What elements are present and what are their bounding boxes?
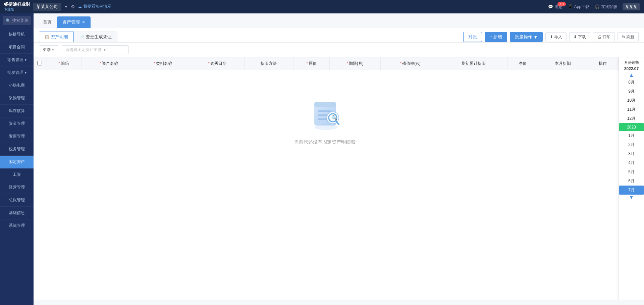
new-button[interactable]: + 新增 bbox=[485, 32, 507, 42]
month-item-9[interactable]: 9月 bbox=[619, 87, 644, 96]
tab-assets[interactable]: 资产管理 ✕ bbox=[57, 16, 91, 28]
month-item-12[interactable]: 12月 bbox=[619, 114, 644, 123]
sub-tab-detail[interactable]: 📋 资产明细 bbox=[39, 32, 74, 42]
month-item-2[interactable]: 2月 bbox=[619, 140, 644, 149]
sidebar-item-label: 采购管理 bbox=[9, 95, 25, 101]
demo-link[interactable]: ☁ 我要看实例演示 bbox=[78, 4, 111, 9]
sidebar-item-tax[interactable]: 税务管理 bbox=[0, 143, 34, 156]
sidebar-item-purchase[interactable]: 采购管理 bbox=[0, 92, 34, 105]
select-all-checkbox[interactable] bbox=[37, 61, 42, 65]
print-button[interactable]: 🖨 打印 bbox=[593, 32, 615, 42]
online-service-button[interactable]: 🎧 在线客服 bbox=[595, 4, 617, 10]
sidebar-item-quick-nav[interactable]: 快捷导航 bbox=[0, 28, 34, 41]
th-monthly-depreciation: 本月折旧 bbox=[538, 57, 587, 70]
month-item-11[interactable]: 11月 bbox=[619, 105, 644, 114]
table-header-row: *编码 *资产名称 *类别名称 *购买日期 折旧方法 *原值 *期限(月) *残… bbox=[34, 57, 619, 70]
svg-rect-3 bbox=[318, 110, 331, 112]
month-item-6[interactable]: 6月 bbox=[619, 176, 644, 186]
batch-button[interactable]: 批量操作 ▼ bbox=[510, 32, 543, 42]
bottom-scroll-bar bbox=[34, 300, 644, 305]
top-bar-right: 💬 消息 99+ 📱 App下载 🎧 在线客服 某某某 bbox=[548, 3, 640, 10]
sub-tab-left: 📋 资产明细 📄 变更生成凭证 bbox=[39, 32, 117, 42]
sub-tab-right: 对账 + 新增 批量操作 ▼ ⬆ 导入 ⬇ 下载 bbox=[463, 32, 639, 42]
top-bar-left: 畅捷通好业财 专业版 某某某公司 ▼ ⚙ ☁ 我要看实例演示 bbox=[4, 2, 111, 12]
settings-icon[interactable]: ⚙ bbox=[71, 4, 75, 9]
user-menu[interactable]: 某某某 bbox=[623, 3, 640, 10]
sidebar-item-label: 税务管理 bbox=[9, 146, 25, 152]
category-input[interactable]: 请选择固定资产类别 ▼ bbox=[62, 45, 129, 54]
month-panel-up-icon[interactable]: ▲ bbox=[629, 72, 634, 78]
tab-home-label: 首页 bbox=[43, 19, 52, 24]
sub-tab-bar: 📋 资产明细 📄 变更生成凭证 对账 + 新增 批量操作 ▼ bbox=[34, 28, 644, 43]
filter-category-label: 类别 bbox=[43, 47, 51, 53]
sidebar-item-wholesale[interactable]: 批发管理 ▾ bbox=[0, 66, 34, 79]
app-edition: 专业版 bbox=[4, 7, 14, 12]
tab-close-icon[interactable]: ✕ bbox=[82, 20, 85, 24]
chevron-down-icon: ▾ bbox=[25, 58, 26, 62]
empty-state-cell: 🔍 当前您还没有固定资产明细哦~ bbox=[34, 70, 619, 169]
download-label: 下载 bbox=[578, 34, 586, 40]
app-download-button[interactable]: 📱 App下载 bbox=[568, 4, 589, 10]
company-name[interactable]: 某某某公司 bbox=[33, 3, 61, 11]
month-item-8[interactable]: 8月 bbox=[619, 78, 644, 87]
sidebar-item-ledger[interactable]: 总账管理 bbox=[0, 194, 34, 207]
sidebar-item-salary[interactable]: 工资 bbox=[0, 168, 34, 181]
th-accumulated: 期初累计折旧 bbox=[440, 57, 507, 70]
sub-tab-voucher[interactable]: 📄 变更生成凭证 bbox=[74, 32, 117, 42]
sidebar-item-invoice[interactable]: 发票管理 bbox=[0, 130, 34, 143]
month-item-5[interactable]: 5月 bbox=[619, 167, 644, 176]
sidebar-item-ecommerce[interactable]: 小畅电商 bbox=[0, 79, 34, 92]
sidebar-item-project[interactable]: 项目合同 bbox=[0, 41, 34, 54]
th-buy-date: *购买日期 bbox=[190, 57, 245, 70]
category-filter[interactable]: 类别 ▾ bbox=[39, 45, 59, 54]
sidebar-item-finance[interactable]: 资金管理 bbox=[0, 117, 34, 130]
empty-icon: 🔍 bbox=[306, 94, 346, 134]
month-item-3[interactable]: 3月 bbox=[619, 149, 644, 158]
empty-state: 🔍 当前您还没有固定资产明细哦~ bbox=[36, 73, 616, 165]
month-item-4[interactable]: 4月 bbox=[619, 158, 644, 167]
sidebar-item-base[interactable]: 基础信息 bbox=[0, 207, 34, 219]
import-label: 导入 bbox=[554, 34, 562, 40]
sidebar-item-retail[interactable]: 零售管理 ▾ bbox=[0, 54, 34, 66]
th-code: *编码 bbox=[46, 57, 82, 70]
batch-arrow-icon: ▼ bbox=[533, 35, 538, 40]
month-panel-down-icon[interactable]: ▼ bbox=[629, 195, 634, 200]
sidebar-item-ops[interactable]: 经营管理 bbox=[0, 181, 34, 194]
sidebar-item-label: 零售管理 bbox=[7, 57, 23, 63]
search-menu-button[interactable]: 🔍 搜索菜单 bbox=[3, 16, 31, 25]
batch-label: 批量操作 bbox=[515, 34, 532, 40]
sidebar-item-inventory[interactable]: 库存核算 bbox=[0, 105, 34, 117]
quick-nav-label: 快捷导航 bbox=[9, 32, 25, 37]
month-item-7[interactable]: 7月 bbox=[619, 186, 644, 195]
print-icon: 🖨 bbox=[597, 35, 601, 39]
month-item-1[interactable]: 1月 bbox=[619, 131, 644, 140]
refresh-button[interactable]: ↻ 刷新 bbox=[618, 32, 639, 42]
sidebar-item-assets[interactable]: 固定资产 bbox=[0, 156, 34, 168]
empty-state-row: 🔍 当前您还没有固定资产明细哦~ bbox=[34, 70, 619, 169]
sidebar-item-label: 工资 bbox=[13, 172, 21, 177]
filter-placeholder: 请选择固定资产类别 bbox=[65, 47, 102, 53]
chat-icon: 💬 bbox=[548, 4, 553, 9]
month-panel-year: 2022.07 bbox=[624, 66, 639, 71]
month-item-10[interactable]: 10月 bbox=[619, 96, 644, 105]
tab-home[interactable]: 首页 bbox=[38, 16, 57, 28]
sidebar-item-label: 总账管理 bbox=[9, 197, 25, 203]
th-residual-rate: *残值率(%) bbox=[381, 57, 440, 70]
import-button[interactable]: ⬆ 导入 bbox=[545, 32, 567, 42]
duizhang-button[interactable]: 对账 bbox=[463, 32, 482, 42]
sidebar-item-label: 资金管理 bbox=[9, 121, 25, 126]
sidebar-item-system[interactable]: 系统管理 bbox=[0, 219, 34, 232]
table-wrap: *编码 *资产名称 *类别名称 *购买日期 折旧方法 *原值 *期限(月) *残… bbox=[34, 57, 644, 300]
company-dropdown-icon[interactable]: ▼ bbox=[64, 4, 68, 9]
sidebar-item-label: 固定资产 bbox=[9, 159, 25, 165]
print-label: 打印 bbox=[602, 34, 610, 40]
asset-panel: 📋 资产明细 📄 变更生成凭证 对账 + 新增 批量操作 ▼ bbox=[34, 28, 644, 305]
sidebar-item-label: 发票管理 bbox=[9, 134, 25, 139]
messages-button[interactable]: 💬 消息 99+ bbox=[548, 4, 562, 10]
month-panel-title: 月份选择 bbox=[624, 60, 639, 65]
filter-arrow-icon: ▾ bbox=[52, 48, 54, 52]
month-panel-year-2023: 2023 bbox=[619, 123, 644, 131]
th-period: *期限(月) bbox=[329, 57, 381, 70]
download-button[interactable]: ⬇ 下载 bbox=[569, 32, 590, 42]
voucher-icon: 📄 bbox=[79, 35, 84, 39]
